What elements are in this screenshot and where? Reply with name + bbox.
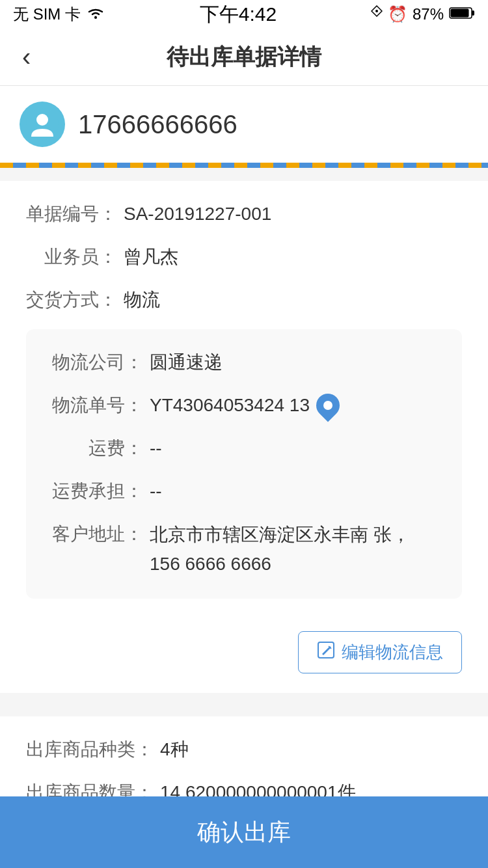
svg-point-0 bbox=[94, 16, 97, 19]
company-label: 物流公司： bbox=[52, 349, 143, 376]
nav-bar: ‹ 待出库单据详情 bbox=[0, 29, 488, 86]
edit-logistics-icon bbox=[317, 641, 335, 664]
company-row: 物流公司： 圆通速递 bbox=[52, 349, 436, 376]
confirm-outbound-label: 确认出库 bbox=[197, 817, 291, 848]
status-left: 无 SIM 卡 bbox=[13, 4, 105, 25]
sales-rep-label: 业务员： bbox=[26, 243, 117, 271]
tracking-label: 物流单号： bbox=[52, 392, 143, 419]
battery-icon bbox=[449, 5, 475, 23]
avatar bbox=[20, 102, 65, 147]
sales-rep-row: 业务员： 曾凡杰 bbox=[26, 243, 462, 271]
order-number-label: 单据编号： bbox=[26, 200, 117, 228]
delivery-method-label: 交货方式： bbox=[26, 286, 117, 314]
company-value: 圆通速递 bbox=[150, 349, 436, 376]
svg-rect-4 bbox=[450, 9, 468, 18]
tracking-value: YT43064053424 13 bbox=[150, 392, 436, 419]
location-service-icon bbox=[371, 5, 383, 23]
status-right: ⏰ 87% bbox=[371, 5, 475, 23]
battery-text: 87% bbox=[413, 5, 444, 23]
tracking-location-icon[interactable] bbox=[312, 389, 345, 422]
svg-point-1 bbox=[375, 10, 378, 12]
tracking-row: 物流单号： YT43064053424 13 bbox=[52, 392, 436, 419]
freight-bearer-row: 运费承担： -- bbox=[52, 478, 436, 505]
status-bar: 无 SIM 卡 下午4:42 ⏰ 87% bbox=[0, 0, 488, 29]
order-number-value: SA-20191227-001 bbox=[124, 200, 462, 228]
order-number-row: 单据编号： SA-20191227-001 bbox=[26, 200, 462, 228]
edit-logistics-button[interactable]: 编辑物流信息 bbox=[298, 631, 462, 673]
delivery-method-value: 物流 bbox=[124, 286, 462, 314]
freight-value: -- bbox=[150, 435, 436, 462]
svg-rect-3 bbox=[472, 10, 474, 16]
nav-title: 待出库单据详情 bbox=[167, 42, 321, 72]
dashed-divider bbox=[0, 163, 488, 168]
freight-label: 运费： bbox=[52, 435, 143, 462]
address-label: 客户地址： bbox=[52, 521, 143, 548]
freight-bearer-label: 运费承担： bbox=[52, 478, 143, 505]
back-button[interactable]: ‹ bbox=[16, 36, 37, 78]
delivery-method-row: 交货方式： 物流 bbox=[26, 286, 462, 314]
edit-logistics-label: 编辑物流信息 bbox=[342, 641, 443, 664]
edit-btn-row: 编辑物流信息 bbox=[0, 618, 488, 693]
sales-rep-value: 曾凡杰 bbox=[124, 243, 462, 271]
section-divider bbox=[0, 693, 488, 703]
address-row: 客户地址： 北京市市辖区海淀区永丰南 张，156 6666 6666 bbox=[52, 521, 436, 579]
goods-types-label: 出库商品种类： bbox=[26, 736, 154, 763]
goods-types-value: 4种 bbox=[160, 736, 462, 763]
customer-phone: 17666666666 bbox=[78, 110, 237, 139]
svg-point-6 bbox=[36, 114, 48, 126]
wifi-icon bbox=[86, 5, 105, 23]
logistics-card: 物流公司： 圆通速递 物流单号： YT43064053424 13 运费： --… bbox=[26, 329, 462, 599]
freight-row: 运费： -- bbox=[52, 435, 436, 462]
freight-bearer-value: -- bbox=[150, 478, 436, 505]
confirm-outbound-button[interactable]: 确认出库 bbox=[0, 796, 488, 868]
status-time: 下午4:42 bbox=[200, 1, 277, 28]
carrier-text: 无 SIM 卡 bbox=[13, 4, 81, 25]
alarm-icon: ⏰ bbox=[388, 5, 407, 23]
address-value: 北京市市辖区海淀区永丰南 张，156 6666 6666 bbox=[150, 521, 436, 579]
order-info-section: 单据编号： SA-20191227-001 业务员： 曾凡杰 交货方式： 物流 … bbox=[0, 181, 488, 618]
customer-section: 17666666666 bbox=[0, 86, 488, 163]
goods-types-row: 出库商品种类： 4种 bbox=[26, 736, 462, 763]
